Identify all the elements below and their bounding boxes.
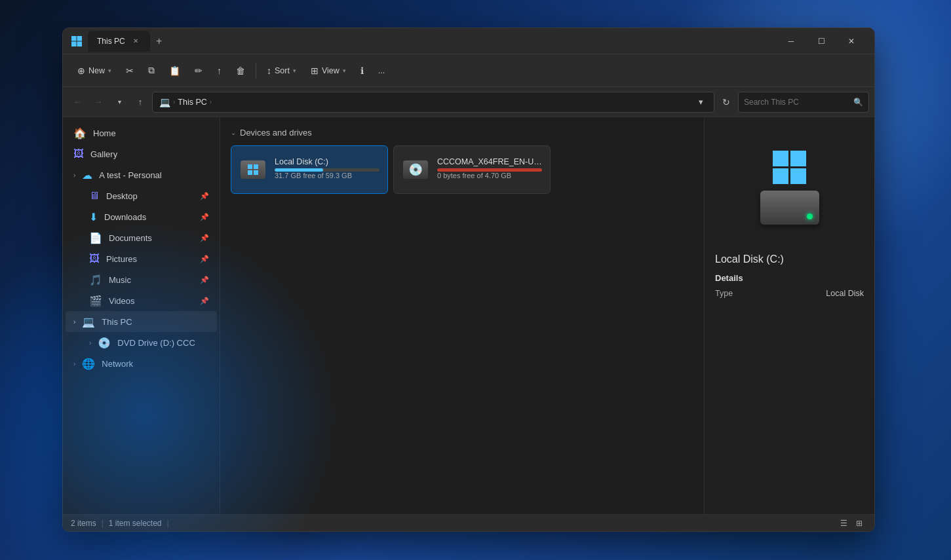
expand-nav-button[interactable]: ▾ [110,93,128,111]
path-chevron-2-icon: › [210,98,212,105]
path-pc-icon: 💻 [159,97,170,107]
sidebar-item-onedrive[interactable]: › ☁ A test - Personal [66,164,217,185]
details-preview [715,128,864,246]
refresh-button[interactable]: ↻ [717,93,735,111]
view-label: View [322,66,340,75]
network-expand-icon: › [73,360,75,367]
delete-button[interactable]: 🗑 [229,60,252,82]
sidebar-item-documents[interactable]: 📄 Documents 📌 [66,227,217,248]
sidebar-item-home-label: Home [93,128,116,138]
sidebar-item-downloads[interactable]: ⬇ Downloads 📌 [66,206,217,227]
sidebar-item-downloads-label: Downloads [104,212,146,222]
toolbar: ⊕ New ▾ ✂ ⧉ 📋 ✏ ↑ 🗑 ↕ Sort ▾ ⊞ View [63,54,874,87]
new-label: New [88,66,105,75]
path-chevron-1-icon: › [173,98,175,105]
back-button[interactable]: ← [68,93,87,111]
more-button[interactable]: ... [372,60,391,82]
sidebar: 🏠 Home 🖼 Gallery › ☁ A test - Personal 🖥… [63,117,220,514]
up-button[interactable]: ↑ [131,93,149,111]
desktop-icon: 🖥 [89,190,100,202]
view-toggle-buttons: ☰ ⊞ [836,517,866,530]
status-separator-2: | [167,519,169,528]
drive-c-icon [239,156,267,183]
videos-icon: 🎬 [89,295,102,307]
details-type-row: Type Local Disk [715,287,864,300]
drive-d-icon: 💿 [402,156,429,183]
details-button[interactable]: ℹ [354,60,370,82]
svg-rect-7 [254,170,258,175]
sidebar-item-pictures[interactable]: 🖼 Pictures 📌 [66,248,217,269]
svg-rect-9 [790,151,806,166]
tab-this-pc[interactable]: This PC ✕ [88,31,150,52]
documents-pin-icon: 📌 [200,234,209,242]
svg-rect-4 [248,164,252,169]
view-button[interactable]: ⊞ View ▾ [304,60,353,82]
svg-rect-8 [773,151,788,166]
downloads-pin-icon: 📌 [200,213,209,221]
grid-view-button[interactable]: ⊞ [852,517,866,530]
window-controls: ─ ☐ ✕ [776,31,866,52]
forward-button[interactable]: → [89,93,107,111]
onedrive-expand-icon: › [73,172,75,179]
drive-item-c[interactable]: Local Disk (C:) 31.7 GB free of 59.3 GB [231,145,388,194]
new-tab-button[interactable]: + [150,32,168,50]
cut-button[interactable]: ✂ [119,60,140,82]
search-icon: 🔍 [853,98,863,107]
drive-c-name: Local Disk (C:) [275,157,379,166]
sidebar-item-dvd-drive[interactable]: › 💿 DVD Drive (D:) CCC [66,332,217,353]
search-input[interactable] [744,98,849,107]
sidebar-item-pictures-label: Pictures [106,254,137,264]
tab-close-button[interactable]: ✕ [130,36,141,47]
sidebar-item-this-pc[interactable]: › 💻 This PC [66,311,217,332]
address-path[interactable]: 💻 › This PC › ▾ [152,92,714,113]
drives-grid: Local Disk (C:) 31.7 GB free of 59.3 GB [231,145,693,194]
svg-rect-3 [77,41,83,47]
sidebar-item-music[interactable]: 🎵 Music 📌 [66,269,217,290]
details-type-value: Local Disk [826,289,864,298]
address-bar: ← → ▾ ↑ 💻 › This PC › ▾ ↻ 🔍 [63,87,874,117]
music-icon: 🎵 [89,274,102,286]
drive-item-d[interactable]: 💿 CCCOMA_X64FRE_EN-US_DV9 0 bytes free o… [393,145,551,194]
sidebar-item-home[interactable]: 🏠 Home [66,122,217,143]
drive-d-free: 0 bytes free of 4.70 GB [437,172,542,179]
desktop-pin-icon: 📌 [200,192,209,200]
drive-c-free: 31.7 GB free of 59.3 GB [275,172,379,179]
explorer-window: This PC ✕ + ─ ☐ ✕ ⊕ New ▾ ✂ ⧉ 📋 ✏ [62,28,875,532]
maximize-button[interactable]: ☐ [806,31,836,52]
new-chevron-icon: ▾ [108,67,111,74]
tab-area: This PC ✕ + [88,31,776,52]
address-dropdown-button[interactable]: ▾ [694,96,707,109]
sidebar-item-desktop[interactable]: 🖥 Desktop 📌 [66,185,217,206]
copy-button[interactable]: ⧉ [142,60,161,82]
close-button[interactable]: ✕ [836,31,866,52]
sidebar-item-network[interactable]: › 🌐 Network [66,353,217,374]
svg-rect-1 [77,36,83,41]
drive-d-name: CCCOMA_X64FRE_EN-US_DV9 [437,157,542,166]
selected-count: 1 item selected [109,519,162,528]
pictures-icon: 🖼 [89,253,100,265]
list-view-button[interactable]: ☰ [836,517,851,530]
sidebar-item-gallery-label: Gallery [90,149,117,159]
path-root: This PC [178,98,206,107]
svg-rect-11 [790,168,806,184]
sidebar-item-dvd-label: DVD Drive (D:) CCC [117,338,195,348]
svg-rect-2 [71,41,77,47]
share-button[interactable]: ↑ [210,60,228,82]
rename-icon: ✏ [195,65,203,76]
paste-button[interactable]: 📋 [163,60,187,82]
minimize-button[interactable]: ─ [776,31,806,52]
status-separator-1: | [102,519,104,528]
sidebar-item-videos[interactable]: 🎬 Videos 📌 [66,290,217,311]
sidebar-item-videos-label: Videos [109,296,135,306]
share-icon: ↑ [217,65,222,76]
new-button[interactable]: ⊕ New ▾ [71,60,118,82]
rename-button[interactable]: ✏ [188,60,209,82]
sort-button[interactable]: ↕ Sort ▾ [260,60,303,82]
view-icon: ⊞ [311,65,319,76]
details-title: Local Disk (C:) [715,253,864,265]
thispc-icon: 💻 [82,316,95,328]
devices-drives-header[interactable]: ⌄ Devices and drives [231,128,693,138]
windows-logo-icon [771,149,807,185]
sidebar-item-gallery[interactable]: 🖼 Gallery [66,143,217,164]
svg-rect-0 [71,36,77,41]
